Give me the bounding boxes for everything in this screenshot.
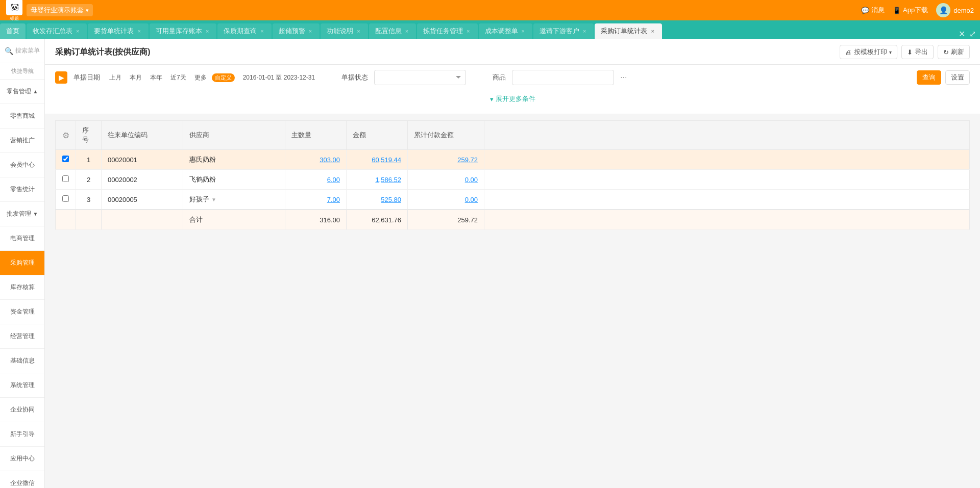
tab-function-desc[interactable]: 功能说明 × bbox=[321, 23, 368, 39]
row-checkbox[interactable] bbox=[62, 156, 69, 162]
sidebar-item-retail-store[interactable]: 零售商城 bbox=[0, 104, 44, 129]
sidebar-item-basic-info[interactable]: 基础信息 bbox=[0, 349, 44, 373]
tab-cost-adjust[interactable]: 成本调整单 × bbox=[479, 23, 532, 39]
expand-down-icon: ▾ bbox=[490, 95, 494, 103]
row-checkbox-cell[interactable] bbox=[56, 190, 76, 210]
tab-config-info-close[interactable]: × bbox=[404, 28, 410, 35]
tab-function-desc-close[interactable]: × bbox=[355, 28, 361, 35]
expand-more-btn[interactable]: ▾ 展开更多条件 bbox=[484, 92, 542, 106]
filter-collapse-btn[interactable]: ▶ bbox=[55, 71, 67, 84]
sidebar-item-retail-manage[interactable]: 零售管理 ▲ bbox=[0, 80, 44, 104]
date-shortcut-this-month[interactable]: 本月 bbox=[127, 72, 145, 83]
date-shortcut-last-month[interactable]: 上月 bbox=[106, 72, 125, 83]
row-checkbox-cell[interactable] bbox=[56, 170, 76, 190]
sidebar-item-member-center[interactable]: 会员中心 bbox=[0, 153, 44, 177]
row-code: 00020001 bbox=[102, 150, 183, 170]
tab-config-info[interactable]: 配置信息 × bbox=[369, 23, 416, 39]
row-checkbox-cell[interactable] bbox=[56, 150, 76, 170]
sidebar-item-fund-manage[interactable]: 资金管理 bbox=[0, 300, 44, 324]
app-download-action[interactable]: 📱 App下载 bbox=[893, 6, 928, 15]
tab-warranty-query[interactable]: 保质期查询 × bbox=[217, 23, 271, 39]
workspace-selector[interactable]: 母婴行业演示账套 ▾ bbox=[27, 4, 93, 16]
amount-link[interactable]: 525.80 bbox=[381, 196, 401, 203]
sidebar-item-app-center[interactable]: 应用中心 bbox=[0, 447, 44, 471]
paid-link[interactable]: 0.00 bbox=[465, 176, 478, 184]
settings-label: 设置 bbox=[951, 73, 964, 82]
sidebar-item-enterprise-wechat[interactable]: 企业微信 bbox=[0, 471, 44, 488]
sidebar-item-purchase-manage[interactable]: 采购管理 bbox=[0, 251, 44, 275]
col-code: 往来单位编码 bbox=[102, 121, 183, 150]
amount-link[interactable]: 60,519.44 bbox=[372, 156, 401, 164]
tab-collect-dispatch-close[interactable]: × bbox=[75, 28, 81, 35]
paid-link[interactable]: 0.00 bbox=[465, 196, 478, 203]
page-title: 采购订单统计表(按供应商) bbox=[55, 47, 151, 58]
paid-link[interactable]: 259.72 bbox=[457, 156, 478, 164]
date-shortcut-7days[interactable]: 近7天 bbox=[167, 72, 189, 83]
tab-demand-stats[interactable]: 要货单统计表 × bbox=[88, 23, 148, 39]
export-button[interactable]: ⬇ 导出 bbox=[901, 45, 934, 59]
sidebar-item-wholesale-manage[interactable]: 批发管理 ▼ bbox=[0, 202, 44, 226]
settings-button[interactable]: 设置 bbox=[945, 70, 970, 85]
sidebar-item-ecommerce-manage[interactable]: 电商管理 bbox=[0, 226, 44, 251]
qty-link[interactable]: 303.00 bbox=[320, 156, 340, 164]
tab-available-stock-close[interactable]: × bbox=[204, 28, 210, 35]
sidebar-item-marketing[interactable]: 营销推广 bbox=[0, 129, 44, 153]
tab-overstock-alert-label: 超储预警 bbox=[279, 27, 305, 36]
tab-collect-dispatch[interactable]: 收发存汇总表 × bbox=[27, 23, 87, 39]
search-icon: 🔍 bbox=[5, 47, 13, 55]
export-label: 导出 bbox=[915, 47, 928, 57]
sidebar-item-enterprise-collab[interactable]: 企业协同 bbox=[0, 398, 44, 422]
tab-home[interactable]: 首页 bbox=[0, 23, 26, 39]
tab-purchase-order-stats-close[interactable]: × bbox=[649, 28, 655, 35]
top-bar: 🐼 标题 母婴行业演示账套 ▾ 💬 消息 📱 App下载 👤 demo2 bbox=[0, 0, 980, 20]
refresh-button[interactable]: ↻ 刷新 bbox=[938, 45, 970, 59]
tab-invite-downstream[interactable]: 邀请下游客户 × bbox=[533, 23, 594, 39]
sidebar-search[interactable]: 🔍 搜索菜单 bbox=[0, 39, 44, 63]
qty-link[interactable]: 6.00 bbox=[327, 176, 340, 184]
sidebar-item-retail-stats[interactable]: 零售统计 bbox=[0, 177, 44, 202]
tab-picking-task-close[interactable]: × bbox=[465, 28, 471, 35]
qty-link[interactable]: 7.00 bbox=[327, 196, 340, 203]
tab-overstock-alert-close[interactable]: × bbox=[307, 28, 313, 35]
table-body: 1 00020001 惠氏奶粉 303.00 60,519.44 259.72 … bbox=[56, 150, 970, 210]
query-button[interactable]: 查询 bbox=[917, 70, 941, 85]
date-custom-badge[interactable]: 自定义 bbox=[212, 73, 235, 82]
tab-collect-dispatch-label: 收发存汇总表 bbox=[33, 27, 72, 36]
user-area[interactable]: 👤 demo2 bbox=[936, 3, 974, 17]
goods-filter-input[interactable] bbox=[512, 70, 614, 85]
amount-link[interactable]: 1,586.52 bbox=[375, 176, 401, 184]
table-header-row: ⚙ 序号 往来单位编码 供应商 主数量 金额 累计付款金额 bbox=[56, 121, 970, 150]
row-checkbox[interactable] bbox=[62, 175, 69, 182]
sidebar-item-system-manage[interactable]: 系统管理 bbox=[0, 373, 44, 398]
tab-picking-task[interactable]: 拣货任务管理 × bbox=[417, 23, 477, 39]
date-shortcut-this-year[interactable]: 本年 bbox=[147, 72, 165, 83]
supplier-expand-icon[interactable]: ▼ bbox=[211, 197, 216, 202]
tab-overstock-alert[interactable]: 超储预警 × bbox=[273, 23, 320, 39]
table-row: 3 00020005 好孩子 ▼ 7.00 525.80 0.00 bbox=[56, 190, 970, 210]
row-qty: 7.00 bbox=[285, 190, 347, 210]
tab-invite-downstream-close[interactable]: × bbox=[581, 28, 587, 35]
row-empty bbox=[484, 190, 970, 210]
print-button[interactable]: 🖨 按模板打印 ▾ bbox=[840, 45, 897, 59]
tab-available-stock[interactable]: 可用量库存账本 × bbox=[150, 23, 216, 39]
goods-filter-dots[interactable]: ··· bbox=[620, 73, 627, 82]
tab-cost-adjust-close[interactable]: × bbox=[520, 28, 526, 35]
logo-area: 🐼 标题 bbox=[6, 0, 22, 22]
footer-qty: 316.00 bbox=[285, 210, 347, 230]
sidebar-item-operation-manage[interactable]: 经营管理 bbox=[0, 324, 44, 349]
tab-warranty-query-close[interactable]: × bbox=[259, 28, 265, 35]
tab-demand-stats-close[interactable]: × bbox=[136, 28, 142, 35]
footer-empty-settings bbox=[56, 210, 76, 230]
message-action[interactable]: 💬 消息 bbox=[861, 6, 885, 15]
table-settings-icon[interactable]: ⚙ bbox=[62, 131, 69, 140]
row-checkbox[interactable] bbox=[62, 195, 69, 202]
sidebar-item-new-user-guide[interactable]: 新手引导 bbox=[0, 422, 44, 447]
tab-purchase-order-stats[interactable]: 采购订单统计表 × bbox=[595, 23, 662, 39]
footer-paid: 259.72 bbox=[408, 210, 484, 230]
tab-close-all-button[interactable]: ✕ bbox=[959, 29, 965, 39]
status-filter-select[interactable] bbox=[374, 70, 466, 85]
user-avatar: 👤 bbox=[936, 3, 950, 17]
sidebar-item-inventory-check[interactable]: 库存核算 bbox=[0, 275, 44, 300]
date-shortcut-more[interactable]: 更多 bbox=[191, 72, 210, 83]
tab-maximize-button[interactable]: ⤢ bbox=[969, 29, 976, 39]
